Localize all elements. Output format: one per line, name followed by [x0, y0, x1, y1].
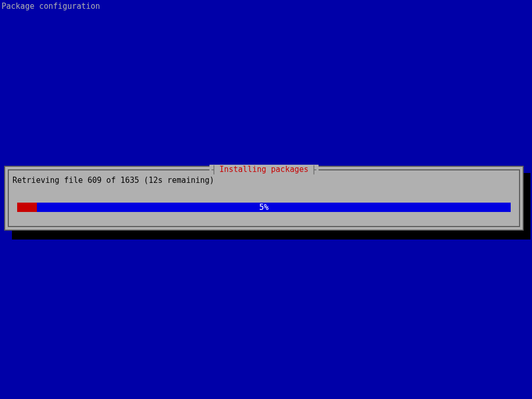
progress-fill [17, 203, 37, 212]
progress-label: 5% [259, 203, 269, 212]
page-header: Package configuration [0, 0, 532, 12]
dialog-title-container: ┤Installing packages├ [209, 165, 318, 175]
title-left-tick-icon: ┤ [211, 165, 216, 175]
progress-bar: 5% [17, 203, 511, 212]
header-title: Package configuration [2, 2, 100, 11]
dialog-inner-border: ┤Installing packages├ Retrieving file 60… [8, 169, 520, 227]
install-dialog: ┤Installing packages├ Retrieving file 60… [4, 166, 524, 231]
dialog-title: Installing packages [216, 165, 312, 174]
title-right-tick-icon: ├ [312, 165, 316, 175]
status-text: Retrieving file 609 of 1635 (12s remaini… [12, 176, 214, 185]
